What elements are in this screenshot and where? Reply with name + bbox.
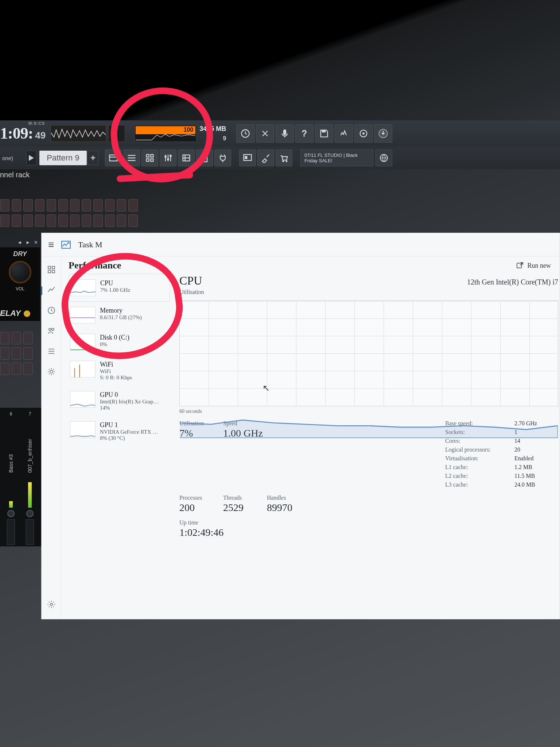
pattern-add-button[interactable]: + — [88, 151, 98, 165]
step-sequencer-2[interactable] — [0, 332, 33, 375]
fl-top-toolbar: M:S:CS 1:09: 49 100 3475 MB 9 ? — [0, 120, 560, 147]
uptime-label: Up time — [179, 519, 558, 526]
svg-text:?: ? — [302, 129, 307, 138]
fl-cpu-meter[interactable]: 100 — [135, 125, 197, 142]
details-tab-icon[interactable] — [47, 347, 56, 357]
playlist-button[interactable] — [105, 150, 122, 166]
tm-nav-rail — [42, 256, 61, 619]
tm-detail-title: CPU — [179, 274, 202, 287]
time-cs: 49 — [35, 131, 46, 140]
settings-icon[interactable] — [47, 600, 56, 610]
cpu-thumb-icon — [70, 279, 96, 296]
transport-time[interactable]: 1:09: 49 — [0, 125, 46, 142]
svg-rect-10 — [151, 155, 153, 157]
pan-knob[interactable] — [7, 510, 15, 517]
app-history-tab-icon[interactable] — [47, 306, 56, 316]
svg-point-29 — [52, 328, 54, 330]
kv-val: 1.2 MB — [514, 464, 558, 471]
tm-item-wifi[interactable]: WiFiWiFiS: 0 R: 0 Kbps — [69, 356, 170, 386]
fl-cpu-bar: 100 — [136, 126, 195, 134]
mixer-track-2[interactable]: 7 007_b_enhiser — [21, 411, 39, 546]
plugin-dry-label: DRY — [0, 250, 40, 258]
svg-point-19 — [283, 160, 284, 162]
stat-value: 200 — [179, 502, 219, 514]
channel-rack-button[interactable] — [141, 150, 158, 166]
tm-item-name: GPU 0 — [100, 391, 159, 399]
step-sequencer[interactable] — [0, 199, 138, 227]
download-button[interactable] — [374, 124, 392, 143]
metronome-button[interactable] — [354, 124, 373, 143]
plugin-header[interactable]: ◄ ► ✕ — [0, 237, 40, 247]
uptime-value: 1:02:49:46 — [179, 527, 558, 538]
news-panel[interactable]: 07/11 FL STUDIO | Black Friday SALE! — [300, 150, 373, 166]
tm-titlebar[interactable]: ≡ Task M — [42, 233, 560, 256]
disk-thumb-icon — [70, 334, 96, 351]
plugin-prev-icon[interactable]: ◄ — [17, 240, 22, 245]
stat-label: Processes — [179, 495, 219, 501]
piano-roll-button[interactable] — [123, 150, 140, 166]
tm-cpu-chart[interactable] — [179, 301, 558, 406]
browser-button[interactable] — [178, 150, 195, 166]
mixer-track-label: 007_b_enhiser — [27, 419, 33, 473]
services-tab-icon[interactable] — [47, 367, 56, 378]
tools-button[interactable] — [256, 124, 274, 143]
svg-point-15 — [170, 155, 172, 157]
plugin-next-icon[interactable]: ► — [26, 240, 30, 245]
svg-point-5 — [363, 133, 365, 135]
processes-tab-icon[interactable] — [47, 265, 56, 275]
svg-rect-32 — [517, 263, 521, 268]
svg-rect-18 — [245, 156, 247, 159]
tm-item-sub: 8.6/31.7 GB (27%) — [100, 314, 142, 321]
svg-point-30 — [50, 370, 53, 373]
run-new-label: Run new — [528, 262, 551, 270]
gpu1-thumb-icon — [70, 421, 96, 438]
tm-item-disk[interactable]: Disk 0 (C:)0% — [69, 329, 170, 356]
tm-item-gpu1[interactable]: GPU 1NVIDIA GeForce RTX …8% (30 °C) — [69, 416, 170, 446]
stat-label: Threads — [223, 495, 263, 501]
shop-button[interactable] — [276, 150, 292, 166]
performance-tab-icon[interactable] — [47, 286, 56, 296]
tm-item-sub: WiFi — [100, 368, 132, 375]
kv-val: 20 — [514, 446, 558, 453]
tm-item-gpu0[interactable]: GPU 0Intel(R) Iris(R) Xe Grap…14% — [69, 386, 170, 416]
news-line2: Friday SALE! — [304, 158, 369, 163]
render-button[interactable] — [335, 124, 353, 143]
plugin-close-icon[interactable]: ✕ — [34, 240, 38, 245]
plugin-dry-knob[interactable] — [9, 261, 31, 283]
tm-item-name: WiFi — [100, 361, 132, 368]
pattern-play-button[interactable] — [26, 151, 36, 165]
startup-tab-icon[interactable] — [47, 326, 56, 337]
save-button[interactable] — [315, 124, 333, 143]
mixer-button[interactable] — [160, 150, 176, 166]
online-button[interactable] — [376, 150, 392, 166]
mixer-track-num: 6 — [10, 411, 12, 417]
mixer-track-1[interactable]: 6 Bass #3 — [2, 411, 20, 546]
plugin-button[interactable] — [214, 150, 231, 166]
master-volume[interactable] — [108, 125, 125, 142]
record-button[interactable] — [276, 124, 294, 143]
undo-history-button[interactable] — [236, 124, 254, 143]
fader[interactable] — [7, 519, 15, 545]
fader[interactable] — [26, 519, 34, 545]
fl-second-toolbar: one) Pattern 9 + 07/11 FL STUDIO | Black… — [0, 147, 560, 169]
fl-cpu-pct: 100 — [184, 127, 194, 133]
output-waveform[interactable] — [51, 125, 106, 142]
pattern-selector[interactable]: Pattern 9 — [39, 151, 87, 165]
brush-button[interactable] — [257, 150, 274, 166]
kv-val: 24.0 MB — [514, 481, 558, 488]
run-new-task-button[interactable]: Run new — [516, 262, 551, 270]
tm-item-cpu[interactable]: CPU7% 1.00 GHz — [69, 274, 170, 302]
svg-rect-3 — [322, 130, 325, 132]
pan-knob[interactable] — [26, 510, 34, 517]
hamburger-icon[interactable]: ≡ — [48, 239, 54, 251]
tm-item-sub: 7% 1.00 GHz — [100, 287, 130, 293]
view-button[interactable] — [239, 150, 256, 166]
help-button[interactable]: ? — [295, 124, 314, 143]
wifi-thumb-icon — [70, 361, 96, 378]
svg-rect-23 — [48, 266, 51, 269]
file-button[interactable] — [196, 150, 213, 166]
tm-uptime: Up time 1:02:49:46 — [179, 519, 558, 538]
mode-label: one) — [2, 155, 13, 161]
tm-item-memory[interactable]: Memory8.6/31.7 GB (27%) — [69, 302, 170, 329]
mixer-track-num: 7 — [29, 411, 31, 417]
